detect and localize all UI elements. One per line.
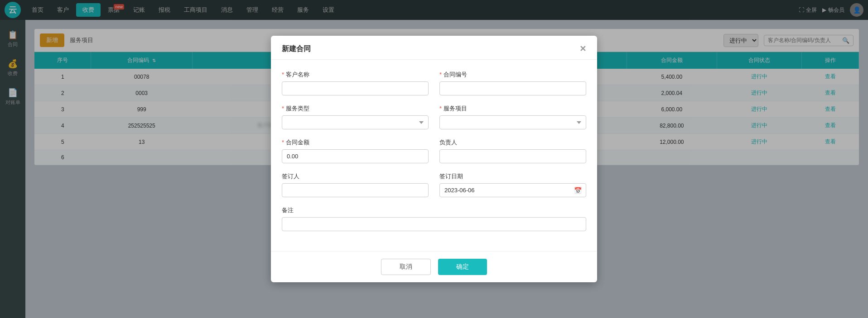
contract-amount-group: 合同金额: [282, 138, 429, 163]
customer-name-input[interactable]: [282, 81, 429, 95]
form-row-5: 备注: [282, 206, 586, 231]
remark-input[interactable]: [282, 217, 586, 231]
new-contract-modal: 新建合同 ✕ 客户名称 合同编号: [271, 36, 597, 282]
contract-amount-input[interactable]: [282, 149, 429, 163]
form-row-1: 客户名称 合同编号: [282, 71, 586, 95]
customer-name-group: 客户名称: [282, 71, 429, 95]
form-row-3: 合同金额 负责人: [282, 138, 586, 163]
service-item-group: 服务项目: [439, 104, 586, 129]
modal-title: 新建合同: [282, 44, 311, 54]
content-area: 新增 服务项目 进行中 已完成 已终止 🔍 序号 合同编码: [25, 20, 868, 318]
service-type-label: 服务类型: [282, 104, 429, 113]
modal-header: 新建合同 ✕: [271, 36, 597, 60]
contract-no-label: 合同编号: [439, 71, 586, 79]
service-item-select-wrapper: [439, 115, 586, 129]
modal-close-button[interactable]: ✕: [579, 44, 586, 54]
calendar-icon[interactable]: 📅: [574, 187, 582, 194]
cancel-button[interactable]: 取消: [381, 259, 431, 275]
signer-label: 签订人: [282, 172, 429, 180]
responsible-group: 负责人: [439, 138, 586, 163]
remark-group: 备注: [282, 206, 586, 231]
sign-date-group: 签订日期 📅: [439, 172, 586, 197]
signer-group: 签订人: [282, 172, 429, 197]
modal-footer: 取消 确定: [271, 251, 597, 282]
customer-name-label: 客户名称: [282, 71, 429, 79]
form-row-2: 服务类型 服务项目: [282, 104, 586, 129]
contract-no-group: 合同编号: [439, 71, 586, 95]
responsible-label: 负责人: [439, 138, 586, 147]
responsible-input[interactable]: [439, 149, 586, 163]
sign-date-wrapper: 📅: [439, 183, 586, 197]
form-row-4: 签订人 签订日期 📅: [282, 172, 586, 197]
contract-no-input[interactable]: [439, 81, 586, 95]
service-type-select-wrapper: [282, 115, 429, 129]
remark-label: 备注: [282, 206, 586, 214]
signer-input[interactable]: [282, 183, 429, 197]
service-type-select[interactable]: [282, 115, 429, 129]
service-item-select[interactable]: [439, 115, 586, 129]
sign-date-input[interactable]: [439, 183, 586, 197]
service-type-group: 服务类型: [282, 104, 429, 129]
sign-date-label: 签订日期: [439, 172, 586, 180]
service-item-label: 服务项目: [439, 104, 586, 113]
main-layout: 📋 合同 💰 收费 📄 对账单 新增 服务项目 进行中 已完成 已终止: [0, 20, 868, 318]
contract-amount-label: 合同金额: [282, 138, 429, 147]
confirm-button[interactable]: 确定: [438, 259, 487, 275]
modal-overlay: 新建合同 ✕ 客户名称 合同编号: [25, 20, 868, 318]
modal-body: 客户名称 合同编号 服务类型: [271, 60, 597, 251]
